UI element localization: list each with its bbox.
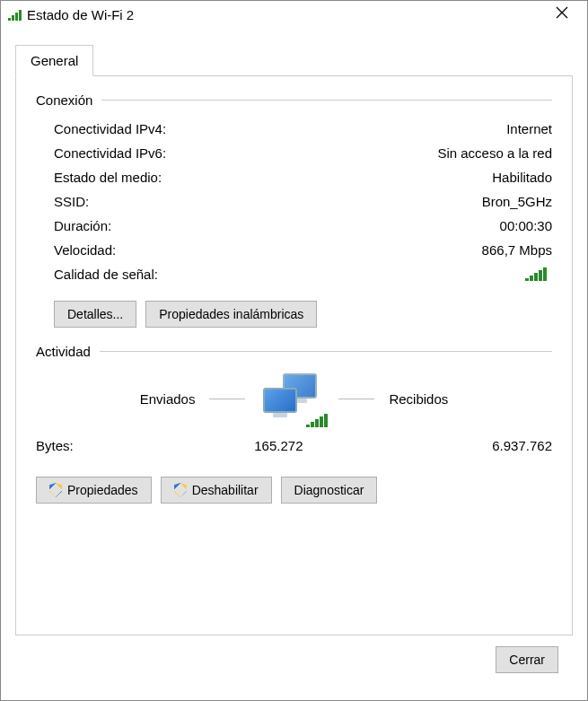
ssid-value: Bron_5GHz <box>482 194 552 209</box>
connection-buttons: Detalles... Propiedades inalámbricas <box>54 301 552 328</box>
bytes-received-value: 6.937.762 <box>411 438 553 453</box>
disable-button[interactable]: Deshabilitar <box>161 477 272 504</box>
ipv6-value: Sin acceso a la red <box>437 145 552 161</box>
signal-quality-row: Calidad de señal: <box>36 262 552 286</box>
titlebar: Estado de Wi-Fi 2 <box>1 1 587 28</box>
properties-button-label: Propiedades <box>67 483 138 497</box>
ssid-row: SSID: Bron_5GHz <box>36 189 552 214</box>
tab-general[interactable]: General <box>15 45 93 76</box>
bytes-row: Bytes: 165.272 6.937.762 <box>36 429 552 459</box>
activity-section-header: Actividad <box>36 344 552 359</box>
ipv6-label: Conectividad IPv6: <box>54 145 437 161</box>
tab-panel: Conexión Conectividad IPv4: Internet Con… <box>15 76 573 635</box>
media-state-label: Estado del medio: <box>54 170 492 185</box>
properties-button[interactable]: Propiedades <box>36 477 152 504</box>
ipv4-label: Conectividad IPv4: <box>54 121 506 136</box>
activity-graphic: Enviados Recibidos <box>36 373 552 424</box>
activity-signal-icon <box>306 415 328 427</box>
speed-value: 866,7 Mbps <box>482 242 552 258</box>
close-icon <box>556 6 568 19</box>
duration-value: 00:00:30 <box>500 218 552 233</box>
activity-section-label: Actividad <box>36 344 91 359</box>
shield-icon <box>49 483 62 497</box>
connection-section-header: Conexión <box>36 92 552 108</box>
tabstrip: General <box>15 44 573 76</box>
window-title: Estado de Wi-Fi 2 <box>27 7 544 22</box>
close-button[interactable] <box>544 6 580 22</box>
ssid-label: SSID: <box>54 194 482 209</box>
client-area: General Conexión Conectividad IPv4: Inte… <box>1 28 587 700</box>
wifi-status-window: Estado de Wi-Fi 2 General Conexión Conec… <box>0 0 588 701</box>
connection-section-label: Conexión <box>36 92 92 108</box>
sent-label: Enviados <box>140 391 196 407</box>
signal-strength-icon <box>525 268 552 281</box>
action-buttons: Propiedades Deshabilitar Diagnosticar <box>36 477 552 504</box>
ipv4-value: Internet <box>506 121 552 136</box>
shield-icon <box>174 483 187 497</box>
media-state-value: Habilitado <box>492 170 552 185</box>
diagnose-button[interactable]: Diagnosticar <box>281 477 378 504</box>
duration-label: Duración: <box>54 218 500 233</box>
received-label: Recibidos <box>389 391 448 407</box>
speed-label: Velocidad: <box>54 242 482 258</box>
bytes-sent-value: 165.272 <box>162 438 330 453</box>
dialog-footer: Cerrar <box>15 635 573 688</box>
details-button[interactable]: Detalles... <box>54 301 136 328</box>
signal-quality-label: Calidad de señal: <box>54 267 525 282</box>
network-activity-icon <box>259 373 324 424</box>
disable-button-label: Deshabilitar <box>192 483 259 497</box>
ipv4-row: Conectividad IPv4: Internet <box>36 117 552 141</box>
speed-row: Velocidad: 866,7 Mbps <box>36 238 552 262</box>
wireless-properties-button[interactable]: Propiedades inalámbricas <box>145 301 317 328</box>
bytes-label: Bytes: <box>36 438 162 453</box>
wifi-icon <box>8 8 22 21</box>
media-state-row: Estado del medio: Habilitado <box>36 165 552 189</box>
ipv6-row: Conectividad IPv6: Sin acceso a la red <box>36 141 552 165</box>
duration-row: Duración: 00:00:30 <box>36 214 552 238</box>
close-dialog-button[interactable]: Cerrar <box>496 646 558 673</box>
